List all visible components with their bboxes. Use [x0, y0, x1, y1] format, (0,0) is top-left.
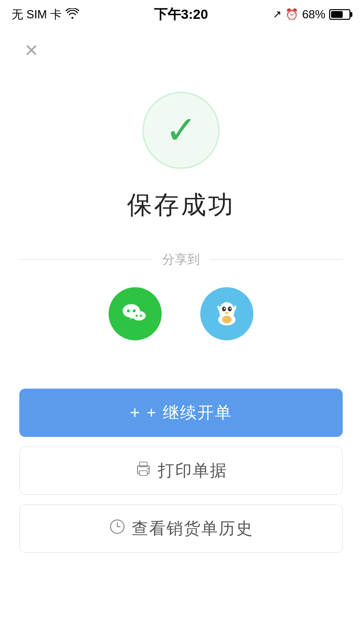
no-sim-label: 无 SIM 卡: [12, 7, 62, 22]
history-button[interactable]: 查看销货单历史: [19, 504, 343, 553]
svg-point-12: [222, 316, 232, 323]
status-time: 下午3:20: [154, 5, 208, 24]
plus-icon: +: [130, 403, 141, 423]
divider-line-right: [209, 259, 343, 260]
divider-line-left: [19, 259, 153, 260]
status-right: ↗ ⏰ 68%: [273, 8, 350, 21]
success-icon-wrapper: ✓: [142, 92, 220, 169]
svg-point-4: [136, 315, 138, 317]
close-button-area: ✕: [0, 29, 362, 72]
svg-point-9: [224, 308, 225, 309]
close-button[interactable]: ✕: [19, 39, 43, 63]
print-icon: [135, 460, 152, 481]
svg-point-1: [127, 309, 130, 312]
qq-icon: [211, 298, 242, 329]
status-bar: 无 SIM 卡 下午3:20 ↗ ⏰ 68%: [0, 0, 362, 29]
print-label: 打印单据: [158, 460, 227, 482]
battery-percent: 68%: [302, 8, 325, 21]
svg-point-3: [132, 311, 146, 321]
success-circle: ✓: [142, 92, 220, 169]
history-label: 查看销货单历史: [132, 518, 253, 540]
svg-point-5: [140, 315, 142, 317]
svg-rect-14: [139, 471, 147, 476]
status-left: 无 SIM 卡: [12, 7, 79, 22]
svg-point-16: [147, 468, 149, 470]
checkmark-icon: ✓: [165, 111, 197, 150]
share-label: 分享到: [162, 251, 200, 268]
location-icon: ↗: [273, 8, 281, 21]
wechat-icon: [120, 298, 151, 329]
main-content: ✓ 保存成功 分享到: [0, 72, 362, 644]
action-buttons: + + 继续开单 打印单据 查看销货单历: [19, 389, 343, 553]
wifi-icon: [66, 7, 79, 22]
svg-point-10: [230, 308, 231, 309]
share-icons: [19, 287, 343, 340]
continue-label: + 继续开单: [147, 402, 232, 424]
battery-icon: [329, 9, 350, 20]
battery-fill: [331, 11, 343, 18]
success-title: 保存成功: [127, 188, 235, 222]
alarm-icon: ⏰: [285, 8, 298, 21]
wechat-share-button[interactable]: [109, 287, 162, 340]
qq-share-button[interactable]: [200, 287, 253, 340]
history-icon: [109, 518, 126, 539]
continue-button[interactable]: + + 继续开单: [19, 389, 343, 437]
close-icon: ✕: [24, 42, 39, 59]
share-section: 分享到: [19, 251, 343, 369]
share-divider: 分享到: [19, 251, 343, 268]
print-button[interactable]: 打印单据: [19, 447, 343, 495]
